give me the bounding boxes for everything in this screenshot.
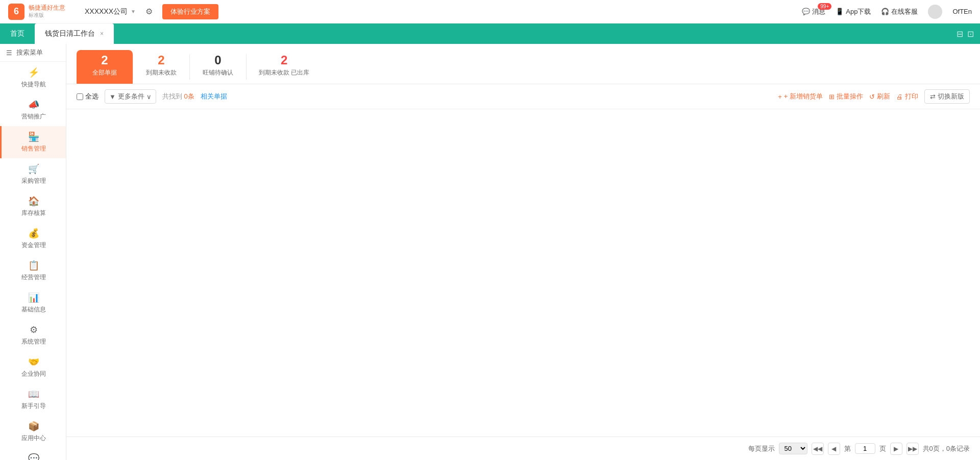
toolbar-left: 全选 ▼ 更多条件 ∨ 共找到 0条 相关单据 (77, 89, 772, 104)
sidebar-label-inventory: 库存核算 (21, 209, 46, 217)
tab-expand-icon[interactable]: ⊡ (967, 29, 974, 39)
tab-close-icon[interactable]: × (100, 30, 104, 37)
prev-page-button[interactable]: ◀ (828, 443, 840, 455)
message-area[interactable]: 💬 消息 99+ (802, 7, 825, 16)
toolbar-right: + + 新增销货单 ⊞ 批量操作 ↺ 刷新 🖨 打印 ⇄ 切换新版 (778, 89, 970, 104)
app-name: 畅捷通好生意 (29, 4, 65, 12)
next-page-button[interactable]: ▶ (890, 443, 902, 455)
marketing-icon: 📣 (28, 99, 39, 110)
filter-arrow-icon: ∨ (146, 93, 152, 101)
filter-icon: ▼ (109, 93, 116, 101)
tab-nav: 首页 钱货日清工作台 × ⊟ ⊡ (0, 23, 980, 44)
stat-tab-overdue[interactable]: 2 到期未收款 (133, 50, 189, 84)
refresh-icon: ↺ (869, 93, 875, 101)
sidebar-label-enterprise: 企业协同 (21, 370, 46, 378)
tab-minimize-icon[interactable]: ⊟ (957, 29, 963, 39)
stat-label-all: 全部单据 (92, 68, 117, 77)
sidebar-item-app-center[interactable]: 📦 应用中心 (0, 416, 66, 448)
switch-version-button[interactable]: ⇄ 切换新版 (924, 89, 970, 104)
sidebar-item-sales[interactable]: 🏪 销售管理 (0, 126, 66, 158)
home-tab-label: 首页 (10, 29, 24, 38)
weixin-icon: 💬 (28, 453, 39, 460)
select-all-checkbox[interactable]: 全选 (77, 92, 99, 101)
online-service-link[interactable]: 🎧 在线客服 (881, 7, 918, 16)
per-page-select[interactable]: 50 100 200 (779, 443, 807, 454)
sidebar-item-finance[interactable]: 💰 资金管理 (0, 223, 66, 255)
content-area: 2 全部单据 2 到期未收款 0 旺铺待确认 2 到期未收款 已出库 (66, 44, 980, 460)
settings-button[interactable]: ⚙ (142, 5, 156, 19)
app-edition: 标准版 (29, 12, 65, 19)
stat-num-all: 2 (101, 54, 108, 66)
app-download-label: App下载 (846, 7, 871, 16)
sidebar-item-inventory[interactable]: 🏠 库存核算 (0, 190, 66, 223)
print-button[interactable]: 🖨 打印 (896, 92, 918, 101)
industry-button[interactable]: 体验行业方案 (162, 4, 218, 19)
batch-icon: ⊞ (829, 93, 835, 101)
sidebar-label-system: 系统管理 (21, 337, 46, 346)
message-icon: 💬 (802, 8, 810, 15)
stat-label-shipped: 到期未收款 已出库 (259, 68, 309, 77)
add-icon: + (778, 93, 782, 101)
stat-num-shipped: 2 (281, 54, 287, 66)
online-service-label: 在线客服 (891, 7, 918, 16)
batch-op-button[interactable]: ⊞ 批量操作 (829, 92, 863, 101)
sidebar-item-operation[interactable]: 📋 经营管理 (0, 255, 66, 287)
company-selector[interactable]: XXXXXX公司 ▼ (85, 7, 136, 16)
sidebar-item-marketing[interactable]: 📣 营销推广 (0, 94, 66, 126)
app-download-link[interactable]: 📱 App下载 (836, 7, 871, 16)
sidebar-item-weixin[interactable]: 💬 企业微信 (0, 448, 66, 460)
tab-home[interactable]: 首页 (0, 23, 35, 44)
search-menu-label: 搜索菜单 (16, 48, 43, 57)
sidebar-item-enterprise[interactable]: 🤝 企业协同 (0, 351, 66, 383)
quick-nav-icon: ⚡ (28, 67, 39, 78)
search-icon: ☰ (6, 49, 12, 57)
stat-tab-all[interactable]: 2 全部单据 (77, 50, 133, 84)
toolbar: 全选 ▼ 更多条件 ∨ 共找到 0条 相关单据 + + 新增销货单 ⊞ (66, 84, 980, 109)
filter-label: 更多条件 (118, 92, 144, 101)
select-all-input[interactable] (77, 93, 83, 100)
operation-icon: 📋 (28, 260, 39, 271)
related-records-link[interactable]: 相关单据 (201, 92, 227, 101)
total-records: 共0页，0条记录 (923, 444, 970, 453)
company-dropdown-arrow: ▼ (131, 9, 136, 14)
search-menu[interactable]: ☰ 搜索菜单 (0, 44, 66, 62)
inventory-icon: 🏠 (28, 196, 39, 207)
sidebar-item-system[interactable]: ⚙ 系统管理 (0, 319, 66, 351)
user-name: OfTEn (952, 8, 972, 15)
system-icon: ⚙ (30, 324, 38, 335)
sidebar-item-newbie[interactable]: 📖 新手引导 (0, 383, 66, 416)
stat-tab-pending[interactable]: 0 旺铺待确认 (190, 50, 246, 84)
active-tab-label: 钱货日清工作台 (45, 29, 95, 38)
sidebar-label-operation: 经营管理 (21, 273, 46, 282)
tab-nav-right: ⊟ ⊡ (957, 29, 980, 39)
tab-active[interactable]: 钱货日清工作台 × (35, 23, 114, 44)
sidebar-item-quick-nav[interactable]: ⚡ 快捷导航 (0, 62, 66, 94)
switch-icon: ⇄ (930, 93, 936, 101)
message-badge: 99+ (818, 3, 831, 10)
online-service-icon: 🎧 (881, 8, 889, 15)
stat-num-pending: 0 (214, 54, 221, 66)
stat-num-overdue: 2 (158, 54, 164, 66)
sidebar-label-marketing: 营销推广 (21, 112, 46, 121)
filter-button[interactable]: ▼ 更多条件 ∨ (105, 89, 156, 104)
batch-label: 批量操作 (837, 92, 863, 101)
refresh-button[interactable]: ↺ 刷新 (869, 92, 890, 101)
base-info-icon: 📊 (28, 292, 39, 303)
app-logo-icon: 6 (8, 4, 24, 20)
app-center-icon: 📦 (28, 421, 39, 432)
stat-tab-shipped[interactable]: 2 到期未收款 已出库 (247, 50, 322, 84)
add-sale-button[interactable]: + + 新增销货单 (778, 92, 823, 101)
first-page-button[interactable]: ◀◀ (812, 443, 824, 455)
last-page-button[interactable]: ▶▶ (906, 443, 919, 455)
select-all-label: 全选 (85, 92, 99, 101)
page-number-input[interactable] (855, 443, 875, 454)
sidebar-label-base-info: 基础信息 (21, 305, 46, 314)
finance-icon: 💰 (28, 228, 39, 239)
stat-label-overdue: 到期未收款 (146, 68, 177, 77)
sidebar-item-purchase[interactable]: 🛒 采购管理 (0, 158, 66, 190)
avatar[interactable] (928, 5, 942, 19)
purchase-icon: 🛒 (28, 163, 39, 175)
enterprise-icon: 🤝 (28, 356, 39, 368)
company-name: XXXXXX公司 (85, 7, 128, 16)
sidebar-item-base-info[interactable]: 📊 基础信息 (0, 287, 66, 319)
